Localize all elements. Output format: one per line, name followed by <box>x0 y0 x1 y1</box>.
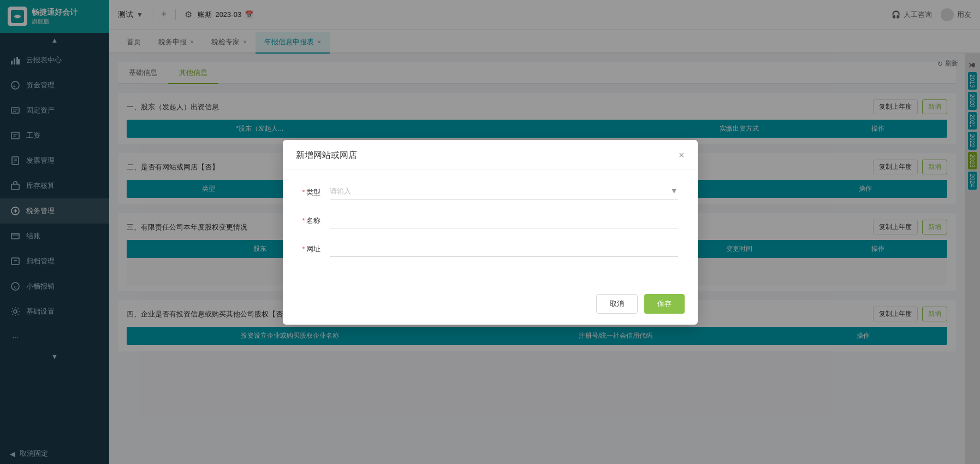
dialog-close-button[interactable]: × <box>679 150 685 160</box>
name-input-wrap <box>330 213 678 228</box>
form-row-name: *名称 <box>302 213 678 228</box>
dialog-title: 新增网站或网店 <box>296 150 357 161</box>
form-row-type: *类型 ▼ <box>302 185 678 200</box>
add-website-dialog: 新增网站或网店 × *类型 ▼ *名称 <box>283 140 698 325</box>
save-button[interactable]: 保存 <box>644 294 685 314</box>
type-input[interactable] <box>330 185 670 197</box>
url-label: *网址 <box>302 244 324 254</box>
url-input-wrap <box>330 242 678 257</box>
dialog-footer: 取消 保存 <box>283 285 698 325</box>
dialog-overlay: 新增网站或网店 × *类型 ▼ *名称 <box>0 0 980 464</box>
url-input[interactable] <box>330 242 678 254</box>
name-input[interactable] <box>330 213 678 226</box>
form-row-url: *网址 <box>302 242 678 257</box>
dialog-body: *类型 ▼ *名称 *网址 <box>283 169 698 285</box>
type-dropdown-icon[interactable]: ▼ <box>670 186 678 195</box>
name-label: *名称 <box>302 216 324 226</box>
dialog-header: 新增网站或网店 × <box>283 140 698 169</box>
type-label: *类型 <box>302 187 324 197</box>
type-input-wrap: ▼ <box>330 185 678 200</box>
cancel-button[interactable]: 取消 <box>596 294 638 314</box>
